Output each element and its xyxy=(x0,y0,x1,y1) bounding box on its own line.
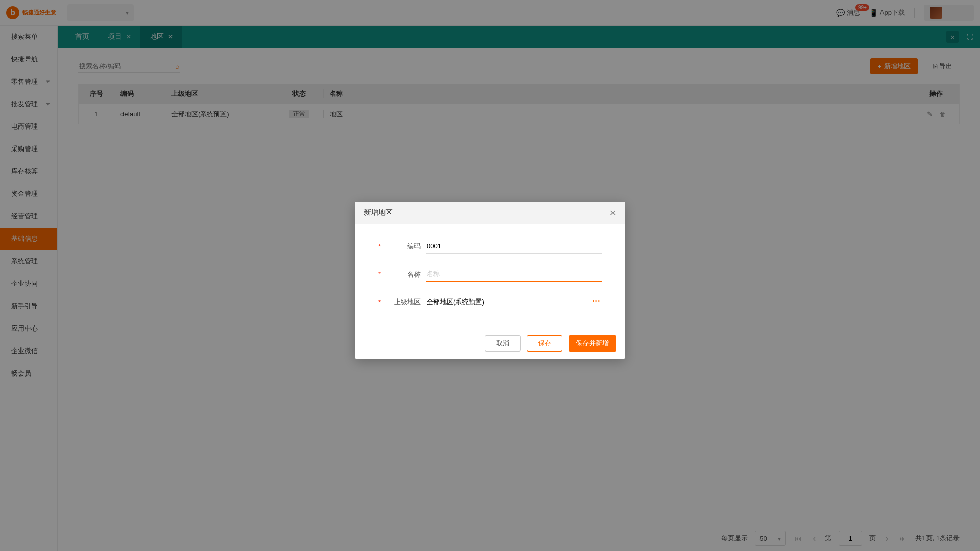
cancel-button[interactable]: 取消 xyxy=(485,335,521,352)
modal-header: 新增地区 ✕ xyxy=(355,202,625,224)
code-label: 编码 xyxy=(384,242,421,251)
modal-footer: 取消 保存 保存并新增 xyxy=(355,328,625,359)
required-mark: * xyxy=(378,298,381,306)
parent-picker-button[interactable]: ··· xyxy=(592,297,601,305)
parent-input[interactable] xyxy=(426,295,602,309)
save-and-new-button[interactable]: 保存并新增 xyxy=(569,335,616,352)
form-row-name: * 名称 xyxy=(378,267,602,282)
form-row-parent: * 上级地区 ··· xyxy=(378,295,602,309)
name-label: 名称 xyxy=(384,270,421,279)
code-input[interactable] xyxy=(426,239,602,254)
modal-close-button[interactable]: ✕ xyxy=(609,208,616,218)
save-button[interactable]: 保存 xyxy=(527,335,562,352)
modal-title: 新增地区 xyxy=(364,208,393,217)
parent-label: 上级地区 xyxy=(384,297,421,307)
required-mark: * xyxy=(378,243,381,251)
form-row-code: * 编码 xyxy=(378,239,602,254)
modal-overlay[interactable]: 新增地区 ✕ * 编码 * 名称 * 上级地区 xyxy=(0,0,980,551)
name-input[interactable] xyxy=(426,267,602,282)
add-region-modal: 新增地区 ✕ * 编码 * 名称 * 上级地区 xyxy=(355,202,625,359)
required-mark: * xyxy=(378,270,381,278)
